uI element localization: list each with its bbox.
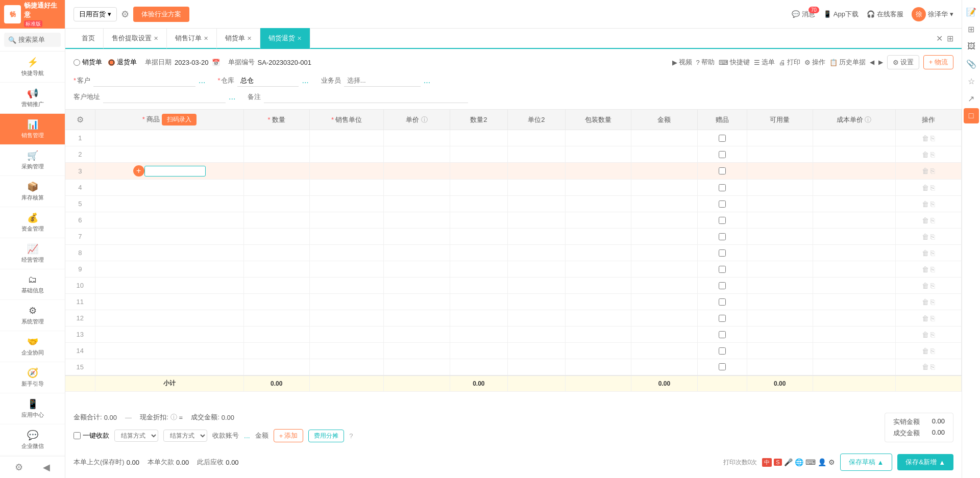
available-cell[interactable] [747,196,813,212]
gift-cell[interactable] [697,359,747,375]
amount-cell[interactable] [631,294,697,310]
pack-qty-cell[interactable] [566,180,631,196]
product-cell[interactable] [95,245,243,261]
save-draft-button[interactable]: 保存草稿 ▲ [840,454,893,471]
gift-cell[interactable] [697,180,747,196]
unit-cell[interactable] [309,294,383,310]
copy-row-button[interactable]: ⎘ [930,167,935,175]
available-cell[interactable] [747,229,813,245]
unit-cell[interactable] [309,343,383,359]
product-cell[interactable] [95,261,243,278]
cost-cell[interactable] [813,196,895,212]
available-cell[interactable] [747,163,813,180]
gift-cell[interactable] [697,261,747,278]
cost-cell[interactable] [813,261,895,278]
one-key-payment-check[interactable]: 一键收款 [74,431,109,440]
pack-qty-cell[interactable] [566,326,631,343]
price-cell[interactable] [384,130,450,146]
price-cell[interactable] [384,196,450,212]
product-input[interactable] [144,166,206,177]
sidebar-item-operation[interactable]: 📈 经营管理 [0,238,65,269]
right-sidebar-note[interactable]: 📝 [964,4,979,19]
tab-sale-order[interactable]: 销售订单 ✕ [167,28,217,48]
online-service-button[interactable]: 🎧 在线客服 [867,10,903,19]
price-cell[interactable] [384,212,450,229]
user-menu-button[interactable]: 徐 徐泽华 ▾ [912,7,953,21]
copy-row-button[interactable]: ⎘ [930,200,935,208]
gift-checkbox[interactable] [719,217,726,224]
price-cell[interactable] [384,294,450,310]
sidebar-item-sales[interactable]: 📊 销售管理 [0,114,65,145]
message-button[interactable]: 💬 消息 70 [792,10,815,19]
gift-checkbox[interactable] [719,298,726,306]
unit2-cell[interactable] [507,310,565,326]
amount-cell[interactable] [631,146,697,163]
pack-qty-cell[interactable] [566,245,631,261]
delete-row-button[interactable]: 🗑 [922,265,929,273]
sidebar-item-enterprise[interactable]: 🤝 企业协同 [0,331,65,362]
copy-row-button[interactable]: ⎘ [930,184,935,192]
amount-cell[interactable] [631,359,697,375]
product-cell[interactable] [95,294,243,310]
customer-dots-button[interactable]: ... [199,76,205,85]
sidebar-item-inventory[interactable]: 📦 库存核算 [0,176,65,207]
gift-checkbox[interactable] [719,347,726,355]
delete-row-button[interactable]: 🗑 [922,331,929,339]
amount-cell[interactable] [631,245,697,261]
sidebar-item-finance[interactable]: 💰 资金管理 [0,207,65,238]
gift-cell[interactable] [697,196,747,212]
copy-row-button[interactable]: ⎘ [930,282,935,290]
scan-input-button[interactable]: 扫码录入 [162,114,197,125]
gift-checkbox[interactable] [719,200,726,208]
qty-cell[interactable] [243,196,309,212]
customer-input[interactable] [93,74,195,87]
amount-cell[interactable] [631,130,697,146]
radio-return[interactable]: 退货单 [108,58,137,67]
product-cell[interactable] [95,359,243,375]
topbar-settings-button[interactable]: ⚙ [121,9,129,20]
delete-row-button[interactable]: 🗑 [922,314,929,322]
gift-cell[interactable] [697,278,747,294]
settings-bottom-button[interactable]: ⚙ [15,462,23,473]
unit2-cell[interactable] [507,359,565,375]
pack-qty-cell[interactable] [566,163,631,180]
pack-qty-cell[interactable] [566,343,631,359]
available-cell[interactable] [747,245,813,261]
gift-cell[interactable] [697,294,747,310]
amount-cell[interactable] [631,278,697,294]
qty2-cell[interactable] [450,212,507,229]
close-icon[interactable]: ✕ [204,35,208,42]
qty-cell[interactable] [243,212,309,229]
product-cell[interactable] [95,130,243,146]
amount-cell[interactable] [631,326,697,343]
collapse-button[interactable]: ◀ [43,462,50,473]
qty2-cell[interactable] [450,146,507,163]
pack-qty-cell[interactable] [566,278,631,294]
account-dots-button[interactable]: ... [244,432,250,440]
qty-cell[interactable] [243,180,309,196]
right-sidebar-active[interactable]: □ [964,108,979,123]
unit2-cell[interactable] [507,130,565,146]
app-download-button[interactable]: 📱 App下载 [823,10,859,19]
unit2-cell[interactable] [507,326,565,343]
right-sidebar-image[interactable]: 🖼 [964,39,979,54]
pack-qty-cell[interactable] [566,310,631,326]
available-cell[interactable] [747,146,813,163]
available-cell[interactable] [747,212,813,229]
copy-row-button[interactable]: ⎘ [930,347,935,355]
radio-sale[interactable]: 销货单 [74,58,102,67]
address-input[interactable] [103,91,226,103]
qty2-cell[interactable] [450,310,507,326]
cost-cell[interactable] [813,212,895,229]
unit-cell[interactable] [309,229,383,245]
copy-row-button[interactable]: ⎘ [930,314,935,322]
pack-qty-cell[interactable] [566,212,631,229]
price-cell[interactable] [384,229,450,245]
nav-prev-button[interactable]: ◀ [870,59,874,66]
unit2-cell[interactable] [507,196,565,212]
copy-row-button[interactable]: ⎘ [930,150,935,159]
unit2-cell[interactable] [507,212,565,229]
available-cell[interactable] [747,326,813,343]
sidebar-item-marketing[interactable]: 📢 营销推广 [0,83,65,114]
tab-sale-return[interactable]: 销货退货 ✕ [260,28,310,48]
